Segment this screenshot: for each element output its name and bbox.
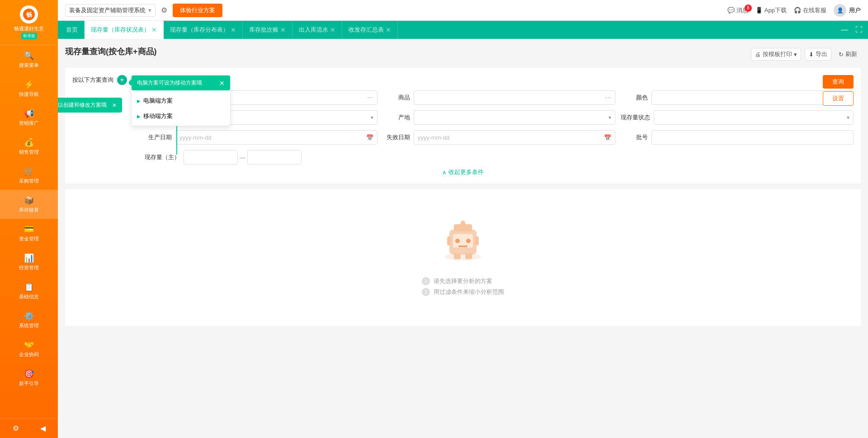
empty-step-1: 1 请先选择要分析的方案 bbox=[422, 277, 504, 285]
filter-header-label: 按以下方案查询 bbox=[72, 76, 113, 84]
topbar-actions: 💬 消息 8 📱 App下载 🎧 在线客服 👤 用户 bbox=[727, 4, 861, 17]
calendar-icon-2[interactable]: 📅 bbox=[604, 134, 611, 141]
export-btn[interactable]: ⬇ 导出 bbox=[805, 48, 831, 61]
sidebar-item-operations[interactable]: 📊 经营管理 bbox=[0, 248, 58, 277]
sidebar-item-basic[interactable]: 📋 基础信息 bbox=[0, 277, 58, 306]
online-support-btn[interactable]: 🎧 在线客服 bbox=[794, 6, 826, 14]
refresh-btn[interactable]: ↻ 刷新 bbox=[835, 48, 861, 60]
sidebar-item-system[interactable]: ⚙️ 系统管理 bbox=[0, 306, 58, 334]
filter-row-1: 仓库 ··· 商品 ··· 颜色 bbox=[145, 90, 854, 105]
reset-btn[interactable]: 设置 bbox=[823, 91, 854, 106]
tab-close-icon[interactable]: ✕ bbox=[231, 26, 236, 33]
goods-select[interactable]: ··· bbox=[414, 90, 616, 105]
app-download-btn[interactable]: 📱 App下载 bbox=[755, 6, 787, 14]
page-header-actions: 🖨 按模板打印 ▾ ⬇ 导出 ↻ 刷新 bbox=[751, 48, 861, 61]
tab-stock-dist-label: 现存量（库存分布表） bbox=[170, 26, 229, 34]
collapse-btn[interactable]: ∧ 收起更多条件 bbox=[442, 168, 484, 176]
create-scheme-close-btn[interactable]: ✕ bbox=[112, 102, 117, 108]
tab-close-icon[interactable]: ✕ bbox=[280, 26, 286, 33]
scheme-list-item-desktop[interactable]: ▶ 电脑端方案 bbox=[132, 93, 230, 108]
origin-select[interactable]: ▾ bbox=[414, 110, 616, 125]
tab-maximize-btn[interactable]: ⛶ bbox=[852, 26, 866, 34]
sidebar-item-label: 营销推广 bbox=[19, 120, 39, 127]
sidebar-item-inventory[interactable]: 📦 库存核算 bbox=[0, 190, 58, 219]
tab-inout[interactable]: 出入库流水 ✕ bbox=[292, 21, 342, 39]
calendar-icon[interactable]: 📅 bbox=[366, 134, 373, 141]
sidebar-item-search[interactable]: 🔍 搜索菜单 bbox=[0, 45, 58, 74]
message-btn[interactable]: 💬 消息 8 bbox=[727, 6, 748, 14]
goods-dots[interactable]: ··· bbox=[605, 94, 611, 102]
filter-group-batch: 批号 bbox=[621, 130, 854, 145]
tab-stock-dist[interactable]: 现存量（库存分布表） ✕ bbox=[164, 21, 243, 39]
add-scheme-btn[interactable]: + bbox=[117, 75, 127, 85]
step-num-1: 1 bbox=[422, 277, 430, 285]
sidebar-item-finance[interactable]: 💳 资金管理 bbox=[0, 219, 58, 248]
batch-input[interactable] bbox=[651, 130, 854, 145]
sidebar-collapse-btn[interactable]: ◀ bbox=[38, 422, 47, 434]
print-btn[interactable]: 🖨 按模板打印 ▾ bbox=[751, 48, 801, 61]
purchase-icon: 🛒 bbox=[24, 166, 34, 176]
empty-illustration bbox=[436, 216, 490, 270]
sidebar-item-quick-nav[interactable]: ⚡ 快捷导航 bbox=[0, 74, 58, 103]
empty-steps: 1 请先选择要分析的方案 2 用过滤条件来缩小分析范围 bbox=[422, 277, 504, 299]
scheme-mobile-label: 移动端方案 bbox=[143, 112, 173, 120]
user-label: 用户 bbox=[849, 6, 861, 14]
tab-close-icon[interactable]: ✕ bbox=[330, 26, 335, 33]
expand-icon: ▶ bbox=[137, 99, 141, 104]
tab-close-icon[interactable]: ✕ bbox=[151, 26, 157, 33]
filter-action-btns: 查询 设置 bbox=[823, 75, 854, 106]
tab-stock-status-label: 现存量（库存状况表） bbox=[91, 26, 150, 34]
stock-qty-min[interactable] bbox=[184, 150, 238, 165]
system-selector[interactable]: 装备及固定资产辅助管理系统 ▾ bbox=[65, 4, 156, 17]
expire-date-input[interactable]: yyyy-mm-dd 📅 bbox=[414, 130, 616, 145]
prod-date-input[interactable]: yyyy-mm-dd 📅 bbox=[175, 130, 377, 145]
search-btn[interactable]: 查询 bbox=[823, 75, 854, 89]
industry-btn[interactable]: 体验行业方案 bbox=[173, 4, 222, 17]
stock-status-select[interactable]: ▾ bbox=[654, 110, 854, 125]
sidebar-item-guide[interactable]: 🎯 新手引导 bbox=[0, 363, 58, 392]
svg-rect-8 bbox=[447, 236, 451, 245]
topbar-settings-btn[interactable]: ⚙ bbox=[161, 6, 167, 14]
tab-minimize-btn[interactable]: — bbox=[837, 26, 852, 34]
sidebar-item-enterprise[interactable]: 🤝 企业协同 bbox=[0, 334, 58, 363]
sidebar-item-label: 资金管理 bbox=[19, 235, 39, 242]
warehouse-dots[interactable]: ··· bbox=[367, 94, 373, 102]
svg-rect-7 bbox=[458, 245, 467, 247]
stock-qty-range: — bbox=[184, 150, 302, 165]
user-btn[interactable]: 👤 用户 bbox=[834, 4, 861, 17]
svg-point-6 bbox=[466, 239, 471, 243]
enterprise-icon: 🤝 bbox=[24, 340, 34, 350]
tab-stock-status[interactable]: 现存量（库存状况表） ✕ bbox=[85, 21, 164, 39]
filter-group-expire-date: 失效日期 yyyy-mm-dd 📅 bbox=[383, 130, 616, 145]
stock-status-label: 现存量状态 bbox=[621, 113, 650, 122]
filter-group-prod-date: 生产日期 yyyy-mm-dd 📅 bbox=[145, 130, 377, 145]
tab-close-icon[interactable]: ✕ bbox=[386, 26, 391, 33]
filter-group-origin: 产地 ▾ bbox=[383, 110, 616, 125]
sidebar-item-marketing[interactable]: 📢 营销推广 bbox=[0, 103, 58, 132]
refresh-icon: ↻ bbox=[839, 51, 844, 58]
svg-rect-9 bbox=[475, 236, 479, 245]
chevron-down-icon: ▾ bbox=[794, 51, 797, 58]
sidebar-bottom: ⚙ ◀ bbox=[0, 418, 58, 438]
tab-collect[interactable]: 收发存汇总表 ✕ bbox=[342, 21, 398, 39]
scheme-desktop-label: 电脑端方案 bbox=[143, 97, 173, 105]
tab-stock-batch[interactable]: 库存批次账 ✕ bbox=[243, 21, 292, 39]
tab-home[interactable]: 首页 bbox=[60, 21, 85, 39]
app-download-label: App下载 bbox=[764, 6, 787, 14]
message-badge: 8 bbox=[745, 5, 752, 12]
sidebar-item-label: 经营管理 bbox=[19, 264, 39, 271]
size-chevron: ▾ bbox=[371, 114, 373, 121]
create-scheme-tooltip: 这里可以创建和修改方案哦 ✕ bbox=[58, 98, 122, 113]
online-support-label: 在线客服 bbox=[803, 6, 826, 14]
search-icon: 🔍 bbox=[24, 51, 34, 61]
scheme-tooltip-close-btn[interactable]: ✕ bbox=[219, 80, 225, 87]
sidebar-item-purchase[interactable]: 🛒 采购管理 bbox=[0, 161, 58, 190]
avatar: 👤 bbox=[834, 4, 846, 17]
tab-stock-batch-label: 库存批次账 bbox=[249, 26, 278, 34]
sidebar-settings-btn[interactable]: ⚙ bbox=[11, 422, 21, 434]
sidebar-item-sales[interactable]: 💰 销售管理 bbox=[0, 132, 58, 161]
scheme-list-item-mobile[interactable]: ▶ 移动端方案 bbox=[132, 108, 230, 124]
stock-qty-max[interactable] bbox=[247, 150, 302, 165]
batch-label: 批号 bbox=[621, 133, 648, 141]
tab-inout-label: 出入库流水 bbox=[299, 26, 328, 34]
